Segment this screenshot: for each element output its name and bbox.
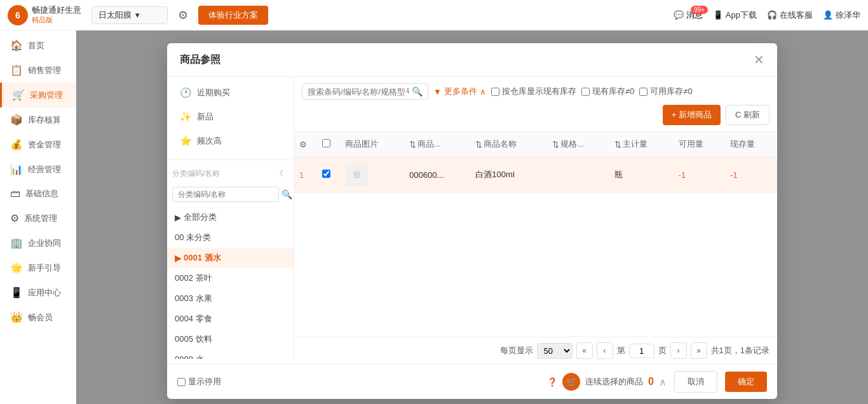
sidebar-item-purchase[interactable]: 🛒 采购管理 <box>0 83 76 107</box>
cancel-button[interactable]: 取消 <box>674 371 717 393</box>
cat-00[interactable]: 00 未分类 <box>167 227 294 248</box>
show-disabled-checkbox[interactable] <box>177 378 186 386</box>
product-search-input[interactable] <box>308 87 409 97</box>
show-disabled-label[interactable]: 显示停用 <box>177 376 221 387</box>
col-code: ⇅ 商品... <box>404 132 470 157</box>
search-toolbar: 🔍 ▼ 更多条件 ∧ 按仓库显示现有库存 <box>294 77 777 132</box>
col-img: 商品图片 <box>340 132 404 157</box>
app-download-area[interactable]: 📱 App下载 <box>713 10 757 21</box>
row-checkbox[interactable] <box>322 170 330 178</box>
checkbox-nonzero-text: 现有库存≠0 <box>592 86 634 97</box>
sidebar-item-guide[interactable]: 🌟 新手引导 <box>0 255 76 280</box>
main-area: 商品参照 ✕ 🕐 近期购买 ✨ <box>76 30 868 404</box>
online-service-area[interactable]: 🎧 在线客服 <box>767 10 813 21</box>
sidebar-item-home[interactable]: 🏠 首页 <box>0 33 76 58</box>
left-item-new[interactable]: ✨ 新品 <box>172 106 288 128</box>
filter-label: 更多条件 <box>444 86 477 97</box>
next-page-button[interactable]: › <box>670 342 687 359</box>
cell-unit: 瓶 <box>609 157 674 193</box>
refresh-button[interactable]: C 刷新 <box>726 105 770 125</box>
checkbox-warehouse-label[interactable]: 按仓库显示现有库存 <box>491 86 576 97</box>
sidebar-label-system: 系统管理 <box>24 213 57 224</box>
toolbar-right: + 新增商品 C 刷新 <box>663 105 770 125</box>
per-page-select[interactable]: 50 20 100 <box>537 343 573 359</box>
footer-collapse-button[interactable]: ∧ <box>659 376 667 388</box>
col-settings: ⚙ <box>294 132 317 157</box>
product-thumbnail: 图 <box>345 163 368 186</box>
cat-0001[interactable]: ▶ 0001 酒水 <box>167 248 294 268</box>
col-spec-label: 规格... <box>560 138 584 150</box>
sidebar-item-sales[interactable]: 📋 销售管理 <box>0 58 76 83</box>
prev-page-button[interactable]: ‹ <box>597 342 613 359</box>
settings-button[interactable]: ⚙ <box>175 6 191 25</box>
col-img-label: 商品图片 <box>345 138 378 150</box>
total-info: 共1页，1条记录 <box>711 345 770 356</box>
new-icon: ✨ <box>180 111 192 123</box>
sort-spec-icon[interactable]: ⇅ <box>552 140 559 149</box>
cat-0003[interactable]: 0003 水果 <box>167 288 294 309</box>
last-page-button[interactable]: » <box>691 342 707 359</box>
table-settings-icon[interactable]: ⚙ <box>299 140 307 149</box>
checkbox-available[interactable] <box>639 88 648 96</box>
left-collapse-button[interactable]: 《 <box>270 165 288 182</box>
select-all-checkbox[interactable] <box>322 139 330 147</box>
sidebar-item-corp[interactable]: 🏢 企业协同 <box>0 231 76 255</box>
first-page-button[interactable]: « <box>576 342 593 359</box>
nav-dropdown[interactable]: 日太阳膜 ▾ <box>92 6 168 24</box>
notif-badge: 99+ <box>691 6 708 14</box>
cell-check[interactable] <box>317 157 340 193</box>
help-icon[interactable]: ❓ <box>547 377 557 387</box>
sort-name-icon[interactable]: ⇅ <box>475 140 482 149</box>
sidebar-item-ops[interactable]: 📊 经营管理 <box>0 157 76 182</box>
logo-icon: 6 <box>8 5 28 25</box>
add-product-button[interactable]: + 新增商品 <box>663 105 721 125</box>
sidebar-item-system[interactable]: ⚙ 系统管理 <box>0 206 76 231</box>
left-item-frequent[interactable]: ⭐ 频次高 <box>172 130 288 152</box>
checkbox-nonzero[interactable] <box>581 88 590 96</box>
online-service-label: 在线客服 <box>780 10 813 21</box>
cat-arrow-all: ▶ <box>175 213 181 222</box>
frequent-label: 频次高 <box>197 135 222 147</box>
left-item-recent[interactable]: 🕐 近期购买 <box>172 82 288 104</box>
recent-label: 近期购买 <box>197 87 230 98</box>
filter-button[interactable]: ▼ 更多条件 ∧ <box>433 86 486 97</box>
sidebar-label-basic: 基础信息 <box>25 188 58 199</box>
topnav-right: 💬 消息 99+ 📱 App下载 🎧 在线客服 👤 徐泽华 <box>674 10 860 21</box>
page-label: 第 <box>617 345 625 356</box>
user-area[interactable]: 👤 徐泽华 <box>823 10 860 21</box>
experience-button[interactable]: 体验行业方案 <box>198 6 268 25</box>
sidebar-item-finance[interactable]: 💰 资金管理 <box>0 132 76 157</box>
sort-unit-icon[interactable]: ⇅ <box>614 140 621 149</box>
page-input[interactable] <box>629 344 654 358</box>
right-panel: 🔍 ▼ 更多条件 ∧ 按仓库显示现有库存 <box>294 77 777 364</box>
confirm-button[interactable]: 确定 <box>725 372 767 392</box>
headset-icon: 🎧 <box>767 10 777 20</box>
cat-0002[interactable]: 0002 茶叶 <box>167 268 294 288</box>
cat-search-input[interactable] <box>172 187 279 202</box>
checkbox-available-label[interactable]: 可用库存≠0 <box>639 86 692 97</box>
modal-title: 商品参照 <box>180 53 220 67</box>
cat-search-button[interactable]: 🔍 <box>281 189 292 199</box>
message-icon: 💬 <box>674 10 684 20</box>
sidebar-item-member[interactable]: 👑 畅会员 <box>0 305 76 330</box>
cat-0005[interactable]: 0005 饮料 <box>167 329 294 349</box>
checkbox-warehouse[interactable] <box>491 88 499 96</box>
product-search-button[interactable]: 🔍 <box>412 86 423 97</box>
sidebar-item-apps[interactable]: 📱 应用中心 <box>0 280 76 305</box>
modal-close-button[interactable]: ✕ <box>754 52 764 67</box>
col-available-label: 可用量 <box>679 139 703 149</box>
cat-0008[interactable]: 0008 水 <box>167 349 294 359</box>
col-stock: 现存量 <box>725 132 777 157</box>
recent-icon: 🕐 <box>180 87 192 98</box>
messages-area[interactable]: 💬 消息 99+ <box>674 10 703 21</box>
cat-label-0005: 0005 饮料 <box>175 333 212 345</box>
table-row[interactable]: 1 图 000600... 白酒100ml <box>294 157 777 193</box>
sidebar-item-stock[interactable]: 📦 库存核算 <box>0 107 76 132</box>
product-modal: 商品参照 ✕ 🕐 近期购买 ✨ <box>167 43 777 399</box>
checkbox-nonzero-label[interactable]: 现有库存≠0 <box>581 86 634 97</box>
sidebar-item-basic[interactable]: 🗃 基础信息 <box>0 182 76 206</box>
col-unit-label: 主计量 <box>623 138 648 150</box>
cat-0004[interactable]: 0004 零食 <box>167 309 294 329</box>
cat-all[interactable]: ▶ 全部分类 <box>167 207 294 227</box>
sort-up-icon[interactable]: ⇅ <box>409 140 416 149</box>
